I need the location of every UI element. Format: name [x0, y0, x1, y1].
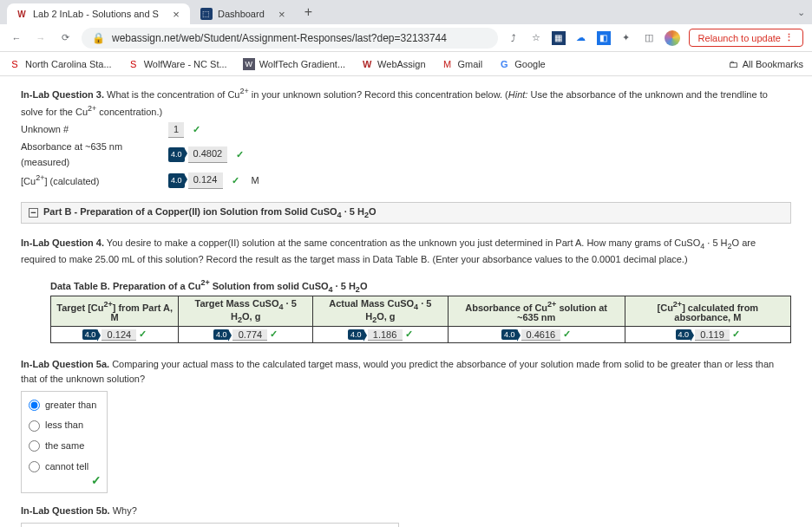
- question-label: In-Lab Question 5b.: [21, 505, 110, 516]
- field-label: [Cu2+] (calculated): [21, 172, 160, 189]
- question-5a: In-Lab Question 5a. Comparing your actua…: [21, 357, 791, 494]
- check-icon: ✓: [563, 329, 571, 339]
- all-bookmarks-button[interactable]: 🗀All Bookmarks: [729, 59, 803, 69]
- form-row-absorbance: Absorbance at ~635 nm (measured) 4.00.48…: [21, 140, 791, 170]
- webassign-favicon: W: [16, 8, 28, 20]
- check-icon: ✓: [232, 173, 239, 189]
- star-icon[interactable]: ☆: [529, 31, 543, 45]
- check-icon: ✓: [405, 329, 413, 339]
- menu-icon[interactable]: ⋮: [784, 32, 794, 43]
- table-row: 4.00.124 ✓ 4.00.774 ✓ 4.01.186 ✓ 4.00.46…: [51, 327, 791, 343]
- check-icon: ✓: [732, 329, 740, 339]
- bookmark-item[interactable]: WWolfTech Gradient...: [243, 58, 345, 70]
- answer-field[interactable]: 4.00.124: [82, 329, 137, 341]
- folder-icon: 🗀: [729, 59, 738, 69]
- browser-tab-strip: W Lab 2 InLab - Solutions and S × ⬚ Dash…: [0, 0, 812, 24]
- form-row-concentration: [Cu2+] (calculated) 4.00.124 ✓ M: [21, 172, 791, 189]
- field-label: Absorbance at ~635 nm (measured): [21, 140, 160, 170]
- puzzle-icon[interactable]: ✦: [619, 31, 633, 45]
- check-icon: ✓: [236, 147, 244, 163]
- check-icon: ✓: [91, 471, 102, 490]
- question-3: In-Lab Question 3. What is the concentra…: [21, 85, 791, 190]
- bookmarks-bar: SNorth Carolina Sta... SWolfWare - NC St…: [0, 52, 812, 76]
- bookmark-item[interactable]: GGoogle: [498, 58, 545, 70]
- table-header-row: Target [Cu2+] from Part A, M Target Mass…: [51, 296, 791, 326]
- relaunch-label: Relaunch to update: [698, 33, 781, 43]
- close-tab-icon[interactable]: ×: [171, 9, 181, 19]
- radio-option[interactable]: cannot tell: [29, 457, 100, 478]
- question-4: In-Lab Question 4. You desire to make a …: [21, 236, 791, 268]
- data-table-b: Target [Cu2+] from Part A, M Target Mass…: [50, 296, 791, 343]
- radio-option[interactable]: the same: [29, 436, 100, 457]
- radio-option[interactable]: greater than: [29, 395, 100, 416]
- table-b-title: Data Table B. Preparation of a Cu2+ Solu…: [50, 278, 791, 294]
- profile-avatar[interactable]: [665, 30, 680, 46]
- gmail-icon: M: [442, 58, 454, 70]
- question-label: In-Lab Question 3.: [21, 89, 104, 100]
- col-header: Target [Cu2+] from Part A, M: [51, 296, 179, 326]
- answer-field[interactable]: 4.00.4616: [501, 329, 560, 341]
- radio-input[interactable]: [29, 400, 40, 411]
- extension-icon[interactable]: ☁: [574, 31, 588, 45]
- answer-field[interactable]: 4.00.4802: [168, 146, 227, 163]
- question-5b: In-Lab Question 5b. Why? The [Cu2+] is h…: [21, 504, 791, 527]
- col-header: Absorbance of Cu2+ solution at ~635 nm: [448, 296, 625, 326]
- page-content: In-Lab Question 3. What is the concentra…: [0, 76, 812, 527]
- chevron-down-icon[interactable]: ⌄: [797, 7, 805, 18]
- answer-field[interactable]: 4.01.186: [348, 329, 403, 341]
- browser-tab-active[interactable]: W Lab 2 InLab - Solutions and S ×: [7, 3, 190, 24]
- browser-tab[interactable]: ⬚ Dashboard ×: [192, 3, 296, 24]
- google-icon: G: [498, 58, 510, 70]
- radio-input[interactable]: [29, 461, 40, 472]
- part-b-header[interactable]: − Part B - Preparation of a Copper(II) i…: [21, 202, 791, 224]
- radio-option[interactable]: less than: [29, 415, 100, 436]
- bookmark-item[interactable]: SWolfWare - NC St...: [128, 58, 227, 70]
- bookmark-icon: W: [243, 58, 255, 70]
- tab-title: Dashboard: [218, 9, 265, 19]
- bookmark-item[interactable]: SNorth Carolina Sta...: [9, 58, 112, 70]
- bookmark-icon: S: [128, 58, 140, 70]
- col-header: Actual Mass CuSO4 · 5 H2O, g: [313, 296, 449, 326]
- reload-button[interactable]: ⟳: [57, 32, 73, 43]
- answer-field[interactable]: 4.00.124: [168, 172, 223, 189]
- collapse-icon[interactable]: −: [29, 208, 38, 218]
- field-label: Unknown #: [21, 122, 160, 138]
- bookmark-icon: W: [361, 58, 373, 70]
- tab-title: Lab 2 InLab - Solutions and S: [33, 9, 159, 19]
- radio-input[interactable]: [29, 420, 40, 432]
- forward-button: →: [33, 33, 49, 43]
- browser-toolbar: ← → ⟳ 🔒 webassign.net/web/Student/Assign…: [0, 24, 812, 52]
- lock-icon: 🔒: [92, 32, 105, 44]
- back-button[interactable]: ←: [9, 33, 24, 43]
- check-icon: ✓: [270, 329, 278, 339]
- radio-group-5a: greater than less than the same cannot t…: [21, 391, 108, 493]
- radio-group-5b: The [Cu2+] is higher in solution 2, so l…: [21, 523, 399, 527]
- check-icon: ✓: [139, 329, 147, 339]
- answer-field[interactable]: 1: [168, 122, 184, 139]
- url-text: webassign.net/web/Student/Assignment-Res…: [112, 32, 447, 44]
- question-label: In-Lab Question 4.: [21, 237, 104, 248]
- form-row-unknown: Unknown # 1 ✓: [21, 122, 791, 139]
- radio-input[interactable]: [29, 440, 40, 452]
- relaunch-button[interactable]: Relaunch to update ⋮: [689, 29, 803, 47]
- extension-icon[interactable]: ◧: [597, 31, 611, 45]
- toolbar-actions: ⤴ ☆ ▦ ☁ ◧ ✦ ◫ Relaunch to update ⋮: [507, 29, 803, 47]
- sidepanel-icon[interactable]: ◫: [642, 31, 656, 45]
- share-icon[interactable]: ⤴: [507, 31, 521, 45]
- col-header: Target Mass CuSO4 · 5 H2O, g: [179, 296, 313, 326]
- answer-field[interactable]: 4.00.119: [676, 329, 730, 341]
- question-label: In-Lab Question 5a.: [21, 359, 109, 369]
- address-bar[interactable]: 🔒 webassign.net/web/Student/Assignment-R…: [82, 28, 498, 49]
- dashboard-favicon: ⬚: [200, 8, 213, 20]
- bookmark-icon: S: [9, 58, 21, 70]
- extension-icon[interactable]: ▦: [552, 31, 566, 45]
- answer-field[interactable]: 4.00.774: [213, 329, 268, 341]
- bookmark-item[interactable]: MGmail: [442, 58, 483, 70]
- col-header: [Cu2+] calculated from absorbance, M: [625, 296, 790, 326]
- unit-label: M: [252, 173, 259, 189]
- close-tab-icon[interactable]: ×: [277, 9, 287, 19]
- check-icon: ✓: [193, 122, 200, 138]
- bookmark-item[interactable]: WWebAssign: [361, 58, 425, 70]
- new-tab-button[interactable]: +: [304, 4, 312, 20]
